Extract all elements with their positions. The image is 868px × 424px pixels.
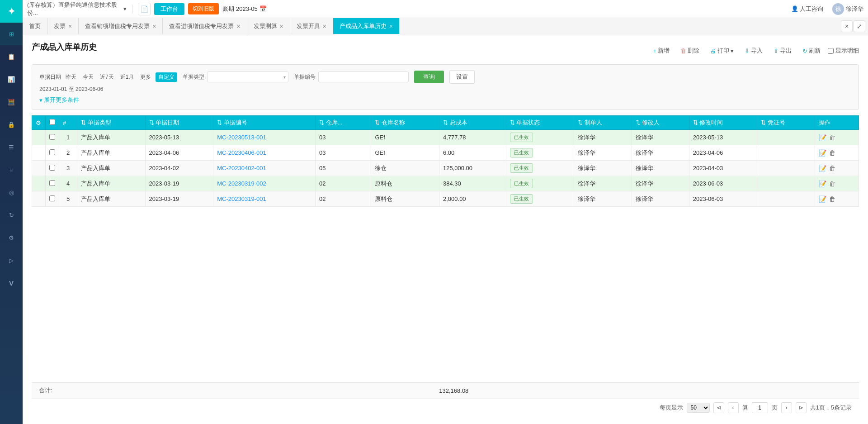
tab-home[interactable]: 首页 [23, 18, 47, 34]
row-creator: 徐泽华 [574, 130, 632, 145]
row-checkbox[interactable] [49, 149, 55, 155]
tab-vat-purchase-close[interactable]: × [236, 23, 240, 29]
date-yesterday[interactable]: 昨天 [64, 72, 78, 82]
delete-row-icon[interactable]: 🗑 [829, 149, 835, 157]
tab-vat-purchase[interactable]: 查看进项增值税专用发票 × [163, 18, 247, 34]
row-number[interactable]: MC-20230406-001 [213, 145, 316, 161]
select-all-checkbox[interactable] [49, 119, 55, 125]
edit-icon[interactable]: 📝 [819, 149, 826, 157]
row-number[interactable]: MC-20230402-001 [213, 161, 316, 176]
user-menu[interactable]: 徐 徐泽华 [832, 3, 863, 15]
tab-invoice[interactable]: 发票 × [47, 18, 79, 34]
col-number[interactable]: ⇅ 单据编号 [213, 116, 316, 130]
tab-invoice-calc-close[interactable]: × [280, 23, 283, 29]
col-warehouse-name[interactable]: ⇅ 仓库名称 [371, 116, 439, 130]
sidebar-item-list[interactable]: ≡ [0, 158, 23, 181]
company-selector[interactable]: (库存核算）直播轻纯通信息技术股份... ▾ [27, 1, 127, 17]
doc-icon[interactable]: 📄 [138, 3, 151, 15]
sidebar-item-chart[interactable]: 📊 [0, 68, 23, 91]
col-warehouse-code[interactable]: ⇅ 仓库... [316, 116, 371, 130]
row-number[interactable]: MC-20230319-002 [213, 176, 316, 191]
tab-product-history[interactable]: 产成品入库单历史 × [333, 18, 400, 34]
show-detail-checkbox[interactable] [828, 48, 834, 54]
switch-old-button[interactable]: 切到旧版 [188, 3, 219, 14]
tab-invoice-open-close[interactable]: × [323, 23, 326, 29]
date-custom[interactable]: 自定义 [156, 72, 177, 82]
edit-icon[interactable]: 📝 [819, 165, 826, 172]
tabbar-maximize-btn[interactable]: ⤢ [854, 20, 865, 32]
period-calendar-icon[interactable]: 📅 [259, 5, 267, 12]
sidebar-item-refresh[interactable]: ↻ [0, 204, 23, 226]
export-button[interactable]: ⇧ 导出 [770, 45, 795, 57]
page-prev-btn[interactable]: ‹ [728, 402, 739, 413]
sidebar-item-calc[interactable]: 🧮 [0, 91, 23, 113]
date-more[interactable]: 更多 [138, 72, 153, 82]
show-detail-toggle[interactable]: 显示明细 [828, 47, 859, 55]
col-creator[interactable]: ⇅ 制单人 [574, 116, 632, 130]
content-area: 产成品入库单历史 + 新增 🗑 删除 🖨 打印 ▾ ⇩ 导入 [23, 34, 868, 424]
sidebar-item-stamp[interactable]: ◎ [0, 181, 23, 204]
print-button[interactable]: 🖨 打印 ▾ [707, 45, 737, 57]
row-voucher [757, 176, 815, 191]
col-status[interactable]: ⇅ 单据状态 [506, 116, 574, 130]
app-logo[interactable]: ✦ [0, 0, 23, 23]
col-modify-time[interactable]: ⇅ 修改时间 [689, 116, 757, 130]
tab-invoice-calc[interactable]: 发票测算 × [247, 18, 290, 34]
refresh-icon: ↻ [802, 48, 807, 54]
number-input[interactable] [318, 71, 409, 82]
row-checkbox[interactable] [49, 180, 55, 186]
footer-total-value: 132,168.08 [439, 387, 468, 394]
page-size-select[interactable]: 50 100 200 [687, 403, 710, 413]
row-checkbox[interactable] [49, 134, 55, 140]
tab-vat-sales[interactable]: 查看销项增值税专用发票 × [79, 18, 163, 34]
tab-product-history-close[interactable]: × [389, 23, 393, 29]
sidebar-item-play[interactable]: ▷ [0, 249, 23, 272]
row-number[interactable]: MC-20230319-001 [213, 191, 316, 207]
page-input[interactable] [752, 402, 768, 413]
row-checkbox[interactable] [49, 165, 55, 171]
date-7days[interactable]: 近7天 [98, 72, 116, 82]
tab-invoice-close[interactable]: × [68, 23, 72, 29]
col-settings[interactable]: ⚙ [32, 116, 46, 130]
sidebar-item-lock[interactable]: 🔒 [0, 113, 23, 136]
date-1month[interactable]: 近1月 [118, 72, 136, 82]
new-button[interactable]: + 新增 [649, 45, 673, 57]
page-next-btn[interactable]: › [781, 402, 792, 413]
delete-button[interactable]: 🗑 删除 [677, 45, 703, 57]
col-voucher[interactable]: ⇅ 凭证号 [757, 116, 815, 130]
type-select[interactable]: 产品入库单 [207, 71, 288, 82]
delete-row-icon[interactable]: 🗑 [829, 195, 835, 203]
workbench-button[interactable]: 工作台 [154, 3, 184, 15]
import-button[interactable]: ⇩ 导入 [741, 45, 766, 57]
sidebar-item-doc[interactable]: 📋 [0, 45, 23, 68]
support-button[interactable]: 👤 人工咨询 [788, 3, 827, 15]
expand-button[interactable]: ▾ 展开更多条件 [39, 96, 851, 104]
col-date[interactable]: ⇅ 单据日期 [145, 116, 213, 130]
date-today[interactable]: 今天 [81, 72, 95, 82]
tab-invoice-open[interactable]: 发票开具 × [290, 18, 333, 34]
row-total-cost: 6.00 [439, 145, 506, 161]
delete-row-icon[interactable]: 🗑 [829, 134, 835, 141]
edit-icon[interactable]: 📝 [819, 195, 826, 203]
pagination: 每页显示 50 100 200 ⊲ ‹ 算 页 › ⊳ 共1页，5条记录 [32, 398, 859, 417]
tab-vat-sales-close[interactable]: × [152, 23, 156, 29]
col-total-cost[interactable]: ⇅ 总成本 [439, 116, 506, 130]
sidebar-item-grid[interactable]: ☰ [0, 136, 23, 158]
page-first-btn[interactable]: ⊲ [713, 402, 724, 413]
row-checkbox[interactable] [49, 195, 55, 201]
set-button[interactable]: 设置 [449, 70, 475, 84]
sidebar-item-settings[interactable]: ⚙ [0, 226, 23, 249]
sidebar-item-home[interactable]: ⊞ [0, 23, 23, 45]
refresh-button[interactable]: ↻ 刷新 [799, 45, 824, 57]
page-last-btn[interactable]: ⊳ [796, 402, 807, 413]
col-type[interactable]: ⇅ 单据类型 [77, 116, 146, 130]
edit-icon[interactable]: 📝 [819, 134, 826, 141]
tabbar-close-btn[interactable]: × [841, 20, 853, 32]
sidebar-item-v[interactable]: V [0, 272, 23, 294]
col-modifier[interactable]: ⇅ 修改人 [632, 116, 689, 130]
delete-row-icon[interactable]: 🗑 [829, 180, 835, 187]
query-button[interactable]: 查询 [414, 71, 444, 83]
edit-icon[interactable]: 📝 [819, 180, 826, 187]
delete-row-icon[interactable]: 🗑 [829, 165, 835, 172]
row-number[interactable]: MC-20230513-001 [213, 130, 316, 145]
